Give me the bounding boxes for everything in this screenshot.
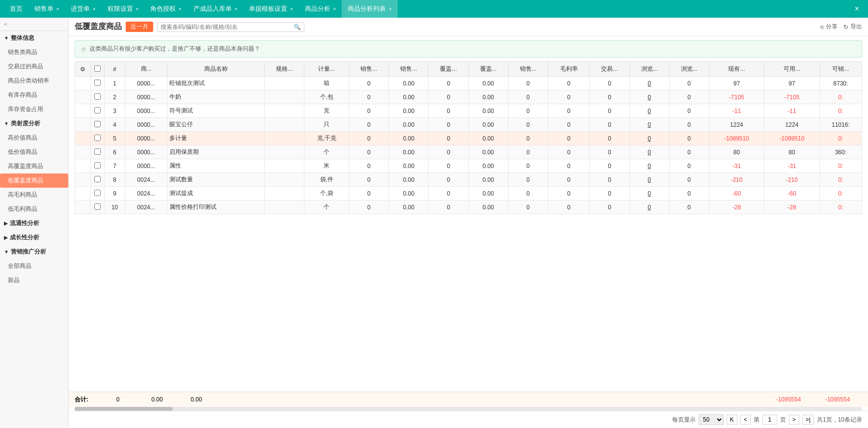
- row-checkbox[interactable]: [91, 173, 105, 187]
- row-checkbox[interactable]: [91, 118, 105, 132]
- sidebar-section-overall[interactable]: ▼ 整体信息: [0, 31, 68, 45]
- row-checkbox[interactable]: [91, 159, 105, 173]
- row-browse1[interactable]: 0: [629, 200, 669, 214]
- search-icon[interactable]: 🔍: [294, 24, 301, 30]
- row-browse1[interactable]: 0: [629, 132, 669, 145]
- first-page-btn[interactable]: K: [727, 415, 737, 425]
- no-col-header[interactable]: #: [105, 62, 125, 77]
- sidebar-item-low-margin[interactable]: 低毛利商品: [0, 202, 68, 216]
- row-browse1[interactable]: 0: [629, 145, 669, 159]
- row-select-checkbox[interactable]: [94, 148, 101, 155]
- last-page-btn[interactable]: >|: [802, 415, 814, 425]
- nav-template[interactable]: 单据模板设置 ×: [243, 0, 298, 18]
- prev-page-btn[interactable]: <: [740, 415, 751, 425]
- sidebar-section-growth[interactable]: ▶ 成长性分析: [0, 230, 68, 245]
- row-browse1[interactable]: 0: [629, 90, 669, 104]
- row-select-checkbox[interactable]: [94, 121, 101, 127]
- sidebar-item-all-products[interactable]: 全部商品: [0, 259, 68, 273]
- sidebar-item-stock-capital[interactable]: 库存资金占用: [0, 102, 68, 116]
- nav-permission-close[interactable]: ×: [136, 6, 139, 12]
- sidebar-item-category-rate[interactable]: 商品分类动销率: [0, 74, 68, 88]
- browse2-col-header[interactable]: 浏览...: [669, 62, 709, 77]
- current-page-input[interactable]: [762, 415, 777, 425]
- next-page-btn[interactable]: >: [789, 415, 799, 425]
- sidebar-item-low-coverage[interactable]: 低覆盖度商品: [0, 173, 68, 188]
- row-browse1[interactable]: 0: [629, 118, 669, 132]
- row-select-checkbox[interactable]: [94, 162, 101, 169]
- nav-analysis-list-close[interactable]: ×: [389, 6, 392, 12]
- name-col-header[interactable]: 商品名称: [167, 62, 265, 77]
- stock2-col-header[interactable]: 可用...: [764, 62, 820, 77]
- sidebar-section-marketing[interactable]: ▼ 营销推广分析: [0, 245, 68, 259]
- sidebar-item-low-value[interactable]: 低价值商品: [0, 145, 68, 159]
- nav-sales[interactable]: 销售单 ×: [28, 0, 65, 18]
- sidebar-section-coverage[interactable]: ▼ 类射度分析: [0, 116, 68, 131]
- stock1-col-header[interactable]: 现有...: [709, 62, 764, 77]
- row-checkbox[interactable]: [91, 90, 105, 104]
- row-browse1[interactable]: 0: [629, 77, 669, 90]
- code-col-header[interactable]: 商...: [125, 62, 167, 77]
- row-browse1[interactable]: 0: [629, 173, 669, 187]
- stock3-col-header[interactable]: 可销...: [819, 62, 862, 77]
- nav-role-close[interactable]: ×: [179, 6, 182, 12]
- sidebar-item-stocked-products[interactable]: 有库存商品: [0, 88, 68, 102]
- collapse-btn[interactable]: «: [4, 21, 7, 28]
- nav-purchase-close[interactable]: ×: [93, 6, 96, 12]
- search-input[interactable]: [161, 24, 294, 30]
- row-select-checkbox[interactable]: [94, 107, 101, 114]
- nav-role[interactable]: 角色授权 ×: [144, 0, 187, 18]
- row-browse1[interactable]: 0: [629, 159, 669, 173]
- nav-sales-close[interactable]: ×: [56, 6, 59, 12]
- sidebar-item-high-margin[interactable]: 高毛利商品: [0, 188, 68, 202]
- row-select-checkbox[interactable]: [94, 190, 101, 196]
- checkbox-col-header[interactable]: [91, 62, 105, 77]
- row-select-checkbox[interactable]: [94, 176, 101, 182]
- row-browse1[interactable]: 0: [629, 104, 669, 118]
- trade-col-header[interactable]: 交易...: [590, 62, 629, 77]
- share-button[interactable]: ⎋ 分享: [820, 23, 838, 31]
- row-select-checkbox[interactable]: [94, 203, 101, 210]
- nav-permission[interactable]: 权限设置 ×: [102, 0, 144, 18]
- row-select-checkbox[interactable]: [94, 93, 101, 100]
- sidebar-section-circulation[interactable]: ▶ 流通性分析: [0, 216, 68, 230]
- row-checkbox[interactable]: [91, 200, 105, 214]
- row-select-checkbox[interactable]: [94, 80, 101, 86]
- row-browse1[interactable]: 0: [629, 187, 669, 200]
- select-all-checkbox[interactable]: [94, 65, 101, 72]
- sidebar-item-new-products[interactable]: 新品: [0, 273, 68, 287]
- window-close-button[interactable]: ×: [850, 4, 864, 13]
- sidebar-item-high-value[interactable]: 高价值商品: [0, 131, 68, 145]
- sidebar-item-sales-products[interactable]: 销售类商品: [0, 45, 68, 59]
- nav-analysis-close[interactable]: ×: [333, 6, 336, 12]
- export-button[interactable]: ↻ 导出: [843, 23, 862, 31]
- spec-col-header[interactable]: 规格...: [265, 62, 304, 77]
- time-filter-button[interactable]: 近一月: [126, 22, 153, 32]
- nav-template-close[interactable]: ×: [290, 6, 293, 12]
- sales2-col-header[interactable]: 销售...: [389, 62, 429, 77]
- cover2-col-header[interactable]: 覆盖...: [468, 62, 508, 77]
- row-checkbox[interactable]: [91, 77, 105, 90]
- scrollbar-thumb[interactable]: [75, 407, 173, 411]
- sidebar-item-traded-products[interactable]: 交易过的商品: [0, 59, 68, 74]
- browse1-col-header[interactable]: 浏览...: [629, 62, 669, 77]
- nav-home[interactable]: 首页: [4, 0, 28, 18]
- sidebar-item-high-coverage[interactable]: 高覆盖度商品: [0, 159, 68, 173]
- sales3-col-header[interactable]: 销售...: [508, 62, 548, 77]
- settings-col-header[interactable]: ⚙: [75, 62, 91, 77]
- nav-product-in[interactable]: 产成品入库单 ×: [188, 0, 243, 18]
- horizontal-scrollbar[interactable]: [75, 407, 862, 411]
- page-size-select[interactable]: 50 100 200: [699, 414, 724, 425]
- cover1-col-header[interactable]: 覆盖...: [429, 62, 468, 77]
- row-checkbox[interactable]: [91, 187, 105, 200]
- nav-product-analysis-list[interactable]: 商品分析列表 ×: [342, 0, 397, 18]
- row-checkbox[interactable]: [91, 145, 105, 159]
- row-select-checkbox[interactable]: [94, 135, 101, 141]
- profit-col-header[interactable]: 毛利率: [548, 62, 590, 77]
- row-checkbox[interactable]: [91, 132, 105, 145]
- nav-product-analysis[interactable]: 商品分析 ×: [299, 0, 342, 18]
- row-checkbox[interactable]: [91, 104, 105, 118]
- nav-purchase[interactable]: 进货单 ×: [65, 0, 101, 18]
- nav-product-close[interactable]: ×: [235, 6, 238, 12]
- unit-col-header[interactable]: 计量...: [304, 62, 349, 77]
- sales1-col-header[interactable]: 销售...: [349, 62, 389, 77]
